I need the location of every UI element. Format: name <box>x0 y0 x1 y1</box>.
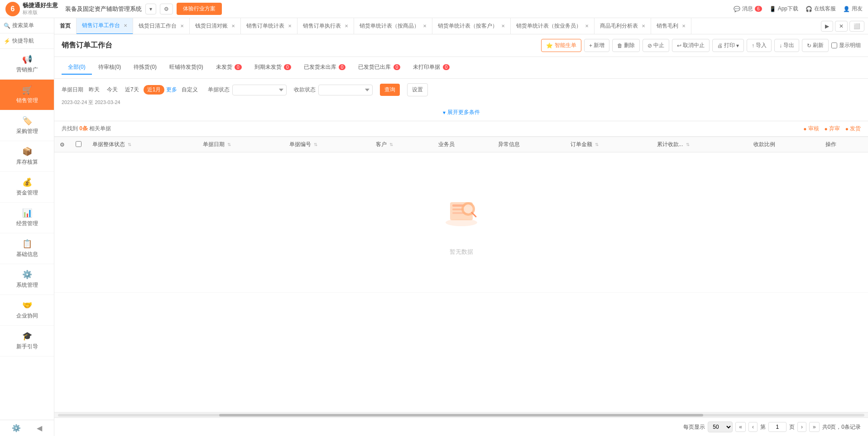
sidebar-item-operations[interactable]: 📊 经营管理 <box>0 203 54 233</box>
tab-close-sales-summary-customer[interactable]: ✕ <box>501 24 505 28</box>
col-received-sort[interactable]: ⇅ <box>686 142 690 147</box>
sidebar-item-label: 营销推广 <box>16 66 38 74</box>
filter-tab-overdue[interactable]: 到期未发货 0 <box>248 61 297 75</box>
scrollbar-track[interactable] <box>58 414 864 417</box>
sidebar-item-guide[interactable]: 🎓 新手引导 <box>0 326 54 356</box>
tab-cash-reconcile[interactable]: 钱货日清对账 ✕ <box>190 18 241 34</box>
filter-tab-not-shipped[interactable]: 未发货 0 <box>210 61 248 75</box>
tab-close-sales-profit[interactable]: ✕ <box>682 24 686 28</box>
export-btn[interactable]: ↓ 导出 <box>774 39 799 52</box>
filter-tab-all[interactable]: 全部(0) <box>62 61 92 75</box>
query-btn[interactable]: 查询 <box>380 84 400 96</box>
tab-close-sales-exec[interactable]: ✕ <box>345 24 348 28</box>
settings-col-icon[interactable]: ⚙ <box>60 142 65 148</box>
sidebar-item-purchase[interactable]: 🏷️ 采购管理 <box>0 110 54 141</box>
page-number-input[interactable] <box>768 422 786 432</box>
cancel-review-action[interactable]: ● 弃审 <box>825 125 840 133</box>
filter-tab-pending-pickup[interactable]: 待拣货(0) <box>127 61 163 75</box>
col-number-sort[interactable]: ⇅ <box>314 142 317 147</box>
sidebar-settings-icon[interactable]: ⚙️ <box>12 424 21 432</box>
col-customer-sort[interactable]: ⇅ <box>389 142 393 147</box>
sidebar-item-basic[interactable]: 📋 基础信息 <box>0 233 54 264</box>
expand-more-btn[interactable]: ▾ 展开更多条件 <box>62 109 861 116</box>
col-date-sort[interactable]: ⇅ <box>227 142 231 147</box>
filter-tab-not-printed[interactable]: 未打印单据 0 <box>407 61 456 75</box>
tab-sales-summary-staff[interactable]: 销货单统计表（按业务员） ✕ <box>511 18 595 34</box>
tab-close-cash-reconcile[interactable]: ✕ <box>231 24 235 28</box>
date-preset-7days[interactable]: 近7天 <box>122 85 142 95</box>
settings-btn[interactable]: ⚙ <box>160 4 173 14</box>
page-size-select[interactable]: 10 20 50 100 <box>708 422 733 432</box>
overdue-badge: 0 <box>284 64 291 70</box>
tab-close-cash-daily[interactable]: ✕ <box>180 24 184 28</box>
import-btn[interactable]: ↑ 导入 <box>747 39 772 52</box>
tab-sales-summary-product[interactable]: 销货单统计表（按商品） ✕ <box>354 18 432 34</box>
first-page-btn[interactable]: « <box>735 422 746 432</box>
message-item[interactable]: 💬 消息 6 <box>734 5 762 13</box>
refresh-btn[interactable]: ↻ 刷新 <box>802 39 829 52</box>
date-preset-more[interactable]: 更多 <box>166 86 177 94</box>
filter-tab-shipped-out[interactable]: 已发货已出库 0 <box>352 61 407 75</box>
sidebar-collapse-icon[interactable]: ◀ <box>37 424 42 432</box>
date-preset-1month[interactable]: 近1月 <box>144 85 165 95</box>
online-service-item[interactable]: 🎧 在线客服 <box>806 5 836 13</box>
next-page-btn[interactable]: › <box>797 422 806 432</box>
filter-tab-wangpu[interactable]: 旺铺待发货(0) <box>163 61 210 75</box>
date-preset-today[interactable]: 今天 <box>104 85 120 95</box>
stop-btn[interactable]: ⊘ 中止 <box>643 39 669 52</box>
sidebar-quick-nav[interactable]: ⚡ 快捷导航 <box>0 33 54 49</box>
tab-home[interactable]: 首页 <box>54 18 77 34</box>
system-dropdown-btn[interactable]: ▾ <box>145 4 156 14</box>
tab-close-sales-summary-product[interactable]: ✕ <box>423 24 427 28</box>
status-select[interactable] <box>232 85 287 95</box>
show-detail-toggle[interactable]: 显示明细 <box>831 42 861 49</box>
add-btn[interactable]: + 新增 <box>584 39 609 52</box>
user-item[interactable]: 👤 用友 <box>843 5 863 13</box>
tab-sales-profit[interactable]: 销售毛利 ✕ <box>651 18 691 34</box>
date-preset-custom[interactable]: 自定义 <box>179 85 201 95</box>
tab-scroll-right[interactable]: ▶ <box>821 21 833 32</box>
print-btn[interactable]: 🖨 打印 ▾ <box>712 39 744 52</box>
tab-bar-actions: ▶ ✕ ⬜ <box>817 21 868 32</box>
tab-sales-stat[interactable]: 销售订单统计表 ✕ <box>241 18 297 34</box>
prev-page-btn[interactable]: ‹ <box>748 422 758 432</box>
col-amount-sort[interactable]: ⇅ <box>595 142 599 147</box>
filter-tab-pending-review[interactable]: 待审核(0) <box>92 61 128 75</box>
tab-maximize[interactable]: ⬜ <box>849 21 864 32</box>
filter-tab-shipped-not-out[interactable]: 已发货未出库 0 <box>297 61 352 75</box>
tab-close-sales-summary-staff[interactable]: ✕ <box>585 24 589 28</box>
scrollbar-thumb[interactable] <box>219 414 703 417</box>
industry-btn[interactable]: 体验行业方案 <box>177 3 222 15</box>
review-action[interactable]: ● 审核 <box>803 125 819 133</box>
tab-product-margin[interactable]: 商品毛利分析表 ✕ <box>595 18 651 34</box>
import-icon: ↑ <box>752 43 754 49</box>
tab-sales-exec[interactable]: 销售订单执行表 ✕ <box>297 18 354 34</box>
sidebar-item-system[interactable]: ⚙️ 系统管理 <box>0 264 54 295</box>
settings-query-btn[interactable]: 设置 <box>407 83 428 96</box>
tab-sales-summary-customer[interactable]: 销货单统计表（按客户） ✕ <box>432 18 511 34</box>
sidebar-item-inventory[interactable]: 📦 库存核算 <box>0 141 54 172</box>
last-page-btn[interactable]: » <box>809 422 820 432</box>
tab-close-sales-workbench[interactable]: ✕ <box>124 23 127 28</box>
sidebar-item-sales[interactable]: 🛒 销售管理 <box>0 80 54 110</box>
col-status-sort[interactable]: ⇅ <box>128 142 131 147</box>
app-download-item[interactable]: 📱 App下载 <box>769 5 798 13</box>
sidebar-search[interactable]: 🔍 搜索菜单 <box>0 18 54 33</box>
cancel-stop-btn[interactable]: ↩ 取消中止 <box>672 39 710 52</box>
ship-action[interactable]: ● 发货 <box>845 125 861 133</box>
tab-cash-daily[interactable]: 钱货日清工作台 ✕ <box>133 18 190 34</box>
sidebar-item-finance[interactable]: 💰 资金管理 <box>0 172 54 203</box>
show-detail-checkbox[interactable] <box>831 43 837 48</box>
delete-btn[interactable]: 🗑 删除 <box>612 39 640 52</box>
payment-select[interactable] <box>318 85 373 95</box>
sidebar-item-enterprise[interactable]: 🤝 企业协同 <box>0 295 54 326</box>
sidebar-item-marketing[interactable]: 📢 营销推广 <box>0 49 54 80</box>
tab-sales-workbench[interactable]: 销售订单工作台 ✕ <box>77 18 133 34</box>
horizontal-scrollbar[interactable] <box>54 412 868 417</box>
smart-generate-btn[interactable]: ⭐ 智能生单 <box>541 39 581 52</box>
tab-close-sales-stat[interactable]: ✕ <box>288 24 292 28</box>
date-preset-yesterday[interactable]: 昨天 <box>86 85 102 95</box>
tab-close-product-margin[interactable]: ✕ <box>642 24 645 28</box>
tab-close-all[interactable]: ✕ <box>835 21 848 32</box>
select-all-checkbox[interactable] <box>76 141 82 147</box>
